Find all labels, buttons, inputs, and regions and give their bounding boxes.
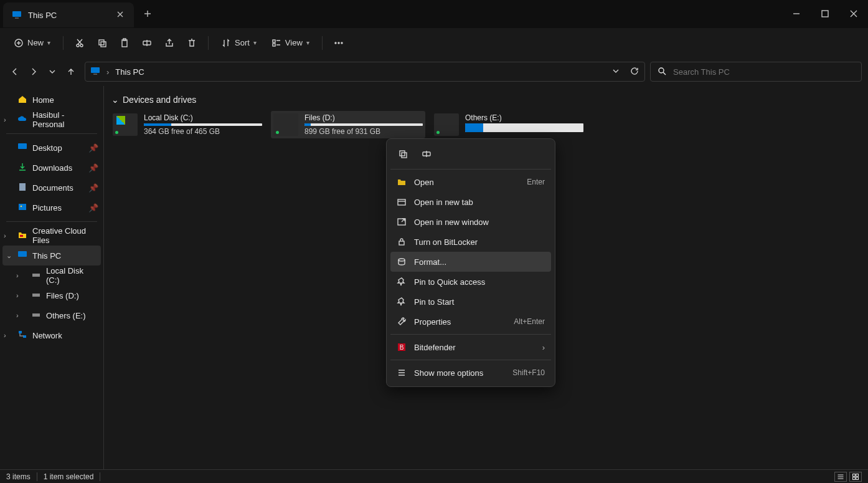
- ctx-copy-button[interactable]: [395, 146, 410, 161]
- ctx-open-new-tab[interactable]: Open in new tab: [390, 192, 551, 212]
- tab-this-pc[interactable]: This PC: [3, 2, 134, 27]
- delete-button[interactable]: [182, 34, 202, 52]
- up-button[interactable]: [62, 63, 80, 80]
- history-button[interactable]: [44, 63, 61, 80]
- sidebar-label: Hasibul - Personal: [32, 110, 98, 129]
- sidebar-label: Desktop: [32, 143, 62, 153]
- sidebar-label: Documents: [32, 183, 73, 193]
- details-view-button[interactable]: [834, 472, 847, 482]
- lock-icon: [397, 237, 407, 247]
- drive-name: Local Disk (C:): [144, 113, 262, 122]
- sidebar-documents[interactable]: Documents 📌: [0, 178, 103, 198]
- back-button[interactable]: [6, 63, 24, 80]
- ctx-pin-quick-access[interactable]: Pin to Quick access: [390, 272, 551, 292]
- refresh-button[interactable]: [630, 66, 639, 78]
- window-controls: [782, 0, 868, 27]
- svg-rect-42: [853, 477, 856, 479]
- folder-icon: [17, 230, 27, 242]
- ctx-pin-start[interactable]: Pin to Start: [390, 292, 551, 312]
- ctx-open[interactable]: Open Enter: [390, 172, 551, 192]
- menu-label: Open in new tab: [414, 198, 473, 207]
- address-bar[interactable]: › This PC: [85, 62, 645, 82]
- status-selection: 1 item selected: [44, 472, 94, 481]
- sidebar-label: Network: [32, 331, 62, 340]
- ctx-bitdefender[interactable]: B Bitdefender ›: [390, 337, 551, 357]
- add-tab-button[interactable]: [134, 0, 161, 27]
- view-button[interactable]: View ▾: [265, 34, 316, 52]
- sidebar-this-pc[interactable]: ⌄ This PC: [2, 246, 101, 265]
- menu-label: Pin to Start: [414, 297, 454, 307]
- svg-rect-17: [93, 74, 97, 75]
- chevron-right-icon[interactable]: ›: [106, 67, 109, 77]
- monitor-icon: [90, 66, 100, 78]
- forward-button[interactable]: [25, 63, 42, 80]
- ctx-open-new-window[interactable]: Open in new window: [390, 212, 551, 232]
- chevron-right-icon[interactable]: ›: [16, 292, 19, 299]
- drive-e[interactable]: Others (E:): [432, 111, 586, 138]
- menu-label: Show more options: [414, 368, 483, 378]
- drive-c[interactable]: Local Disk (C:) 364 GB free of 465 GB: [110, 111, 265, 138]
- maximize-button[interactable]: [811, 0, 839, 27]
- chevron-right-icon[interactable]: ›: [4, 116, 6, 123]
- view-label: View: [285, 38, 303, 47]
- rename-button[interactable]: [137, 34, 157, 52]
- drive-icon: [31, 310, 41, 322]
- format-icon: [397, 257, 407, 267]
- sidebar-drive-c[interactable]: › Local Disk (C:): [0, 265, 103, 285]
- menu-label: Properties: [414, 317, 451, 327]
- sidebar-onedrive[interactable]: › Hasibul - Personal: [0, 110, 103, 130]
- svg-rect-40: [853, 474, 856, 476]
- sidebar-desktop[interactable]: Desktop 📌: [0, 138, 103, 158]
- sidebar-downloads[interactable]: Downloads 📌: [0, 158, 103, 178]
- drive-d[interactable]: Files (D:) 899 GB free of 931 GB: [271, 111, 425, 138]
- cut-button[interactable]: [70, 34, 90, 52]
- chevron-right-icon[interactable]: ›: [16, 312, 19, 319]
- tab-icon: [397, 197, 407, 207]
- tiles-view-button[interactable]: [849, 472, 862, 482]
- pin-icon: 📌: [88, 143, 98, 153]
- chevron-right-icon[interactable]: ›: [4, 232, 6, 239]
- chevron-right-icon[interactable]: ›: [4, 332, 6, 339]
- drive-icon: [31, 270, 41, 282]
- share-button[interactable]: [159, 34, 179, 52]
- separator: [322, 36, 323, 50]
- ctx-properties[interactable]: Properties Alt+Enter: [390, 312, 551, 332]
- drive-icon: [273, 113, 298, 136]
- sidebar-creative-cloud[interactable]: › Creative Cloud Files: [0, 226, 103, 246]
- sidebar-pictures[interactable]: Pictures 📌: [0, 198, 103, 218]
- search-input[interactable]: [673, 67, 855, 77]
- pin-icon: 📌: [88, 163, 98, 173]
- more-button[interactable]: [329, 34, 349, 52]
- ctx-bitlocker[interactable]: Turn on BitLocker: [390, 232, 551, 252]
- shortcut-label: Shift+F10: [512, 368, 545, 377]
- sort-button[interactable]: Sort ▾: [215, 34, 263, 52]
- new-button[interactable]: New ▾: [7, 34, 57, 52]
- sidebar-drive-d[interactable]: › Files (D:): [0, 285, 103, 305]
- chevron-down-icon: ▾: [306, 39, 309, 46]
- svg-rect-24: [18, 251, 27, 257]
- paste-button[interactable]: [115, 34, 134, 52]
- sidebar-drive-e[interactable]: › Others (E:): [0, 305, 103, 325]
- minimize-button[interactable]: [782, 0, 811, 27]
- search-box[interactable]: [650, 62, 862, 82]
- section-header[interactable]: ⌄ Devices and drives: [110, 95, 862, 105]
- chevron-down-icon[interactable]: ⌄: [6, 252, 12, 260]
- ctx-rename-button[interactable]: [419, 146, 434, 161]
- sort-label: Sort: [235, 38, 250, 47]
- close-tab-icon[interactable]: [115, 9, 125, 21]
- drive-usage-text: 364 GB free of 465 GB: [144, 127, 262, 136]
- address-dropdown-button[interactable]: [611, 66, 621, 78]
- copy-button[interactable]: [92, 34, 112, 52]
- breadcrumb-this-pc[interactable]: This PC: [115, 67, 144, 77]
- sidebar-network[interactable]: › Network: [0, 325, 103, 345]
- monitor-icon: [17, 250, 27, 262]
- sidebar-home[interactable]: Home: [0, 90, 103, 110]
- close-window-button[interactable]: [839, 0, 868, 27]
- new-label: New: [27, 38, 44, 47]
- ctx-show-more[interactable]: Show more options Shift+F10: [390, 363, 551, 383]
- svg-rect-7: [101, 42, 106, 47]
- drive-icon: [434, 113, 459, 136]
- chevron-right-icon[interactable]: ›: [16, 272, 19, 279]
- usage-bar: [304, 123, 423, 126]
- ctx-format[interactable]: Format...: [390, 252, 551, 272]
